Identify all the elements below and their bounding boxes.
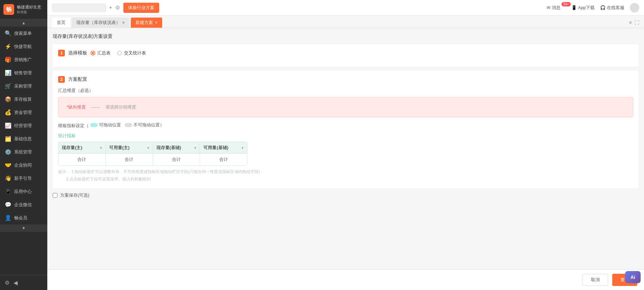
tab-inventory[interactable]: 现存量（库存状况表） ×	[72, 18, 129, 28]
tab-expand-btn[interactable]: ⛶	[635, 20, 639, 25]
service-btn[interactable]: 🎧 在线客服	[600, 5, 624, 11]
tab-home[interactable]: 首页	[52, 18, 70, 28]
dimension-box[interactable]: *纵向维度 —— 请选择分组维度	[58, 97, 633, 117]
sidebar-item-apps[interactable]: 📱 应用中心	[0, 185, 47, 198]
col-label-3: 可用量(基辅)	[203, 145, 228, 151]
sidebar-item-label: 企业微信	[14, 202, 32, 208]
step2-title: 方案配置	[68, 76, 87, 82]
col-chevron-1[interactable]: ▾	[147, 146, 149, 150]
step2-section: 2 方案配置 汇总维度（必选） *纵向维度 —— 请选择分组维度 模板指标设定（…	[53, 71, 639, 188]
service-label: 在线客服	[607, 5, 624, 11]
sidebar-item-enterprise[interactable]: 🤝 企业协同	[0, 159, 47, 172]
sidebar-item-purchase[interactable]: 🛒 采购管理	[0, 79, 47, 93]
app-download-btn[interactable]: 📱 App下载	[571, 5, 595, 11]
col-chevron-0[interactable]: ▾	[100, 146, 102, 150]
sidebar-item-sales[interactable]: 📊 销售管理	[0, 66, 47, 79]
sidebar-item-basic[interactable]: 🗂️ 基础信息	[0, 132, 47, 145]
gear-icon: ⚙️	[5, 149, 11, 155]
sidebar-item-label: 采购管理	[14, 83, 32, 89]
col-chevron-2[interactable]: ▾	[194, 146, 196, 150]
settings-icon[interactable]: ⚙	[115, 4, 120, 11]
stats-cell-2: 合计	[153, 154, 200, 165]
radio-dot-crosstab	[117, 51, 122, 55]
step2-header: 2 方案配置	[58, 76, 633, 83]
tab-close-btn[interactable]: ✕	[628, 20, 633, 25]
save-checkbox[interactable]	[53, 193, 57, 198]
col-header-0[interactable]: 现存量(主) ▾	[58, 142, 106, 153]
sidebar-item-newbie[interactable]: 👋 新手引导	[0, 172, 47, 185]
stats-title: 统计指标	[58, 133, 633, 139]
sidebar-item-label: 系统管理	[14, 149, 32, 155]
tips-item1: 1.拖动标题栏可以调整布局，不可跨维度或指标区域拖动栏目字段(只能在同一维度或指…	[71, 169, 260, 174]
app-edition: 标准版	[17, 10, 41, 15]
folder-icon: 🗂️	[5, 136, 11, 142]
trial-btn[interactable]: 体验行业方案	[123, 3, 159, 13]
tab-controls: ✕ ⛶	[628, 20, 639, 25]
box-icon: 📦	[5, 96, 11, 102]
sidebar-scroll-down[interactable]: ▼	[0, 224, 47, 232]
sidebar-item-wechat[interactable]: 💬 企业微信	[0, 198, 47, 211]
sidebar-item-finance[interactable]: 💰 资金管理	[0, 106, 47, 119]
content-area: 现存量(库存状况表)方案设置 1 选择模板 汇总表 交叉统计表	[47, 28, 644, 269]
movable-label: 可拖动位置	[99, 122, 121, 128]
col-header-3[interactable]: 可用量(基辅) ▾	[200, 142, 247, 153]
indicator-prefix: 模板指标设定（	[58, 123, 89, 128]
collapse-btn[interactable]: ◀	[12, 278, 19, 287]
avatar[interactable]	[630, 3, 639, 13]
dimension-placeholder: 请选择分组维度	[105, 104, 136, 110]
sidebar-item-nav[interactable]: ⚡ 快捷导航	[0, 40, 47, 53]
dropdown-chevron-icon[interactable]: ▾	[109, 5, 112, 10]
save-label: 方案保存(可选)	[60, 192, 90, 198]
tab-new-plan-label: 新建方案	[135, 20, 153, 26]
toggle-movable[interactable]	[90, 123, 98, 127]
stats-cell-3: 合计	[200, 154, 247, 165]
sidebar-item-operation[interactable]: 📈 经营管理	[0, 119, 47, 132]
template-radio-group: 汇总表 交叉统计表	[91, 50, 146, 56]
tab-new-plan-close-icon[interactable]: ×	[155, 20, 157, 25]
step2-num: 2	[58, 76, 65, 83]
ai-button[interactable]: Ai	[625, 271, 641, 283]
sidebar-item-label: 资金管理	[14, 110, 32, 116]
stats-cell-0: 合计	[58, 154, 106, 165]
search-input[interactable]	[52, 4, 106, 12]
sidebar-item-label: 基础信息	[14, 136, 32, 142]
sidebar-item-label: 新手引导	[14, 175, 32, 182]
chart-icon: 📊	[5, 70, 11, 76]
tab-inventory-close-icon[interactable]: ×	[122, 20, 125, 25]
topbar: ▾ ⚙ 体验行业方案 ✉ 消息 99+ 📱 App下载 🎧 在线客服	[47, 0, 644, 16]
headset-icon: 🎧	[600, 5, 605, 10]
mobile-icon: 📱	[5, 188, 11, 195]
handshake-icon: 🤝	[5, 162, 11, 168]
indicator-label-row: 模板指标设定（ 可拖动位置 不可拖动位置）	[58, 122, 633, 129]
sidebar-item-label: 畅会员	[14, 215, 27, 221]
settings-btn[interactable]: ⚙	[3, 278, 11, 287]
stats-table-header: 现存量(主) ▾ 可用量(主) ▾ 现存量(基辅) ▾ 可用量(基辅)	[58, 142, 247, 153]
radio-crosstab[interactable]: 交叉统计表	[117, 50, 146, 56]
sidebar-item-label: 快捷导航	[14, 44, 32, 50]
radio-summary[interactable]: 汇总表	[91, 50, 110, 56]
lightning-icon: ⚡	[5, 43, 11, 50]
gift-icon: 🎁	[5, 56, 11, 63]
sidebar-scroll-up[interactable]: ▲	[0, 19, 47, 27]
message-btn[interactable]: ✉ 消息 99+	[547, 5, 566, 11]
app-logo: 畅 畅捷通好生意 标准版	[0, 0, 47, 19]
sidebar-item-system[interactable]: ⚙️ 系统管理	[0, 145, 47, 159]
cart-icon: 🛒	[5, 83, 11, 89]
cancel-button[interactable]: 取消	[583, 274, 608, 286]
stats-table: 现存量(主) ▾ 可用量(主) ▾ 现存量(基辅) ▾ 可用量(基辅)	[58, 142, 247, 166]
toggle-fixed[interactable]	[125, 123, 132, 127]
sidebar-item-member[interactable]: 👤 畅会员	[0, 211, 47, 224]
col-header-2[interactable]: 现存量(基辅) ▾	[153, 142, 200, 153]
chat-icon: 💬	[5, 201, 11, 208]
sidebar-item-search[interactable]: 🔍 搜索菜单	[0, 27, 47, 40]
sidebar-item-label: 营销推广	[14, 57, 32, 63]
message-label: 消息	[552, 5, 561, 11]
sidebar-item-marketing[interactable]: 🎁 营销推广	[0, 53, 47, 66]
tab-new-plan[interactable]: 新建方案 ×	[131, 18, 162, 28]
col-chevron-3[interactable]: ▾	[242, 146, 244, 150]
col-header-1[interactable]: 可用量(主) ▾	[106, 142, 153, 153]
sidebar-item-inventory[interactable]: 📦 库存核算	[0, 93, 47, 106]
sidebar-item-label: 应用中心	[14, 189, 32, 195]
dimension-dash: ——	[91, 105, 100, 110]
sidebar-item-label: 经营管理	[14, 123, 32, 129]
